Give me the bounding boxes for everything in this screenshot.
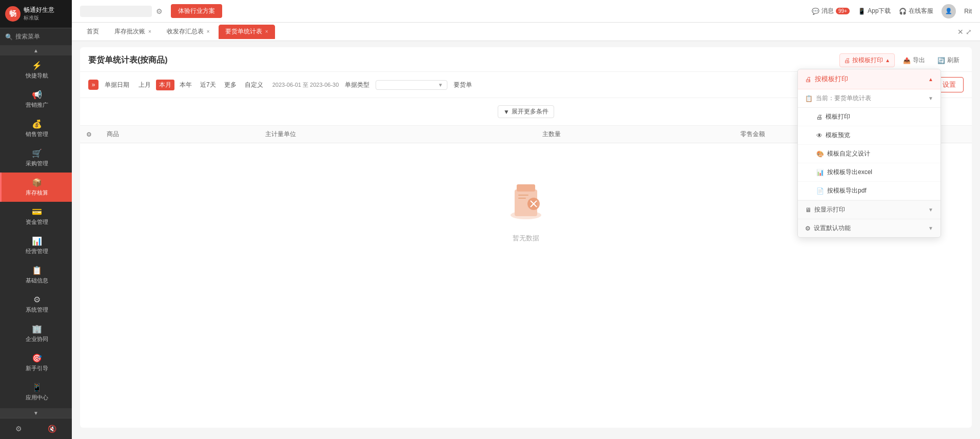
template-custom-icon: 🎨 bbox=[816, 150, 824, 158]
dropdown-item-export-pdf[interactable]: 📄 按模板导出pdf bbox=[798, 182, 940, 200]
order-type-label: 单据类型 bbox=[345, 81, 369, 89]
date-current-month[interactable]: 本月 bbox=[156, 80, 174, 90]
sidebar-item-sales[interactable]: 💰 销售管理 bbox=[0, 114, 72, 143]
dropdown-current-template[interactable]: 📋 当前：要货单统计表 ▼ bbox=[798, 89, 940, 108]
sidebar-item-system[interactable]: ⚙ 系统管理 bbox=[0, 290, 72, 319]
sidebar-item-enterprise[interactable]: 🏢 企业协同 bbox=[0, 319, 72, 348]
expand-more-btn[interactable]: ▼ 展开更多条件 bbox=[498, 105, 554, 118]
app-download-icon: 📱 bbox=[858, 8, 866, 15]
sidebar-item-newbie[interactable]: 🎯 新手引导 bbox=[0, 348, 72, 377]
app-download-btn[interactable]: 📱 App下载 bbox=[858, 7, 891, 15]
export-pdf-icon: 📄 bbox=[816, 187, 824, 195]
col-product: 商品 bbox=[101, 126, 259, 143]
tab-close-inventory-batch[interactable]: × bbox=[148, 29, 151, 34]
export-btn[interactable]: 📤 导出 bbox=[899, 54, 929, 67]
sidebar-scroll-up[interactable]: ▲ bbox=[0, 46, 72, 55]
avatar[interactable]: 👤 bbox=[942, 4, 956, 18]
empty-icon bbox=[500, 174, 552, 225]
sidebar-item-operation[interactable]: 📊 经营管理 bbox=[0, 231, 72, 260]
system-icon: ⚙ bbox=[33, 295, 41, 304]
dropdown-item-template-custom[interactable]: 🎨 模板自定义设计 bbox=[798, 145, 940, 163]
dropdown-set-default[interactable]: ⚙ 设置默认功能 ▼ bbox=[798, 219, 940, 237]
main-area: ⚙ 体验行业方案 💬 消息 99+ 📱 App下载 🎧 在线客服 👤 Rit 首… bbox=[72, 0, 980, 439]
message-icon: 💬 bbox=[812, 8, 819, 15]
sidebar-item-inventory[interactable]: 📦 库存核算 bbox=[0, 173, 72, 202]
dropdown-item-export-excel[interactable]: 📊 按模板导出excel bbox=[798, 163, 940, 182]
sidebar-item-quick-nav[interactable]: ⚡ 快捷导航 bbox=[0, 55, 72, 85]
dropdown-item-template-print[interactable]: 🖨 模板打印 bbox=[798, 108, 940, 126]
current-template-chevron: ▼ bbox=[928, 96, 933, 101]
refresh-icon: 🔄 bbox=[937, 57, 945, 64]
sidebar-scroll-down[interactable]: ▼ bbox=[0, 408, 72, 418]
col-settings[interactable]: ⚙ bbox=[80, 126, 101, 143]
apps-icon: 📱 bbox=[32, 383, 42, 392]
tab-order-stats[interactable]: 要货单统计表 × bbox=[219, 25, 275, 39]
svg-rect-2 bbox=[517, 184, 535, 192]
app-logo-text: 畅通好生意 标准版 bbox=[24, 6, 54, 22]
messages-badge: 99+ bbox=[836, 8, 850, 14]
tabbar: 首页 库存批次账 × 收发存汇总表 × 要货单统计表 × ✕ ⤢ bbox=[72, 23, 980, 41]
tab-home[interactable]: 首页 bbox=[80, 25, 106, 39]
date-current-year[interactable]: 本年 bbox=[177, 80, 195, 90]
topbar-search-input[interactable] bbox=[80, 6, 152, 17]
dropdown-item-template-preview[interactable]: 👁 模板预览 bbox=[798, 126, 940, 145]
messages-btn[interactable]: 💬 消息 99+ bbox=[812, 7, 850, 15]
tab-inventory-batch[interactable]: 库存批次账 × bbox=[108, 25, 158, 39]
sidebar-item-apps[interactable]: 📱 应用中心 bbox=[0, 377, 72, 407]
sidebar-logo: 畅 畅通好生意 标准版 bbox=[0, 0, 72, 28]
tab-close-receivable-summary[interactable]: × bbox=[207, 29, 210, 34]
dropdown-header[interactable]: 🖨 按模板打印 ▲ bbox=[798, 69, 940, 89]
tab-close-order-stats[interactable]: × bbox=[265, 29, 268, 34]
sidebar-search[interactable]: 🔍 搜索菜单 bbox=[0, 28, 72, 46]
date-more[interactable]: 更多 bbox=[221, 80, 240, 90]
purchase-icon: 🛒 bbox=[32, 148, 42, 158]
dropdown-display-print[interactable]: 🖥 按显示打印 ▼ bbox=[798, 200, 940, 219]
col-quantity: 主数量 bbox=[536, 126, 734, 143]
date-custom[interactable]: 自定义 bbox=[242, 80, 266, 90]
dropdown-chevron-icon: ▲ bbox=[928, 77, 933, 82]
service-icon: 🎧 bbox=[899, 8, 907, 15]
date-filter: 上月 本月 本年 近7天 更多 自定义 bbox=[135, 80, 266, 90]
quick-nav-icon: ⚡ bbox=[32, 61, 42, 70]
online-service-btn[interactable]: 🎧 在线客服 bbox=[899, 7, 933, 15]
page-area: 要货单统计表(按商品) 🖨 按模板打印 ▲ 📤 导出 🔄 刷新 bbox=[72, 41, 980, 439]
display-print-icon: 🖥 bbox=[805, 206, 811, 214]
sidebar-item-marketing[interactable]: 📢 营销推广 bbox=[0, 85, 72, 114]
empty-label: 暂无数据 bbox=[513, 234, 539, 243]
sidebar-item-base[interactable]: 📋 基础信息 bbox=[0, 260, 72, 290]
template-print-item-icon: 🖨 bbox=[816, 113, 822, 121]
filter-expand-btn[interactable]: » bbox=[88, 80, 99, 90]
svg-rect-6 bbox=[518, 195, 528, 196]
export-excel-icon: 📊 bbox=[816, 169, 824, 176]
tabbar-resize-icon[interactable]: ⤢ bbox=[966, 28, 972, 36]
order-type-select[interactable]: ▼ bbox=[376, 80, 447, 90]
order-type-chevron: ▼ bbox=[438, 82, 443, 88]
sidebar-item-finance[interactable]: 💳 资金管理 bbox=[0, 202, 72, 231]
date-recent-7[interactable]: 近7天 bbox=[197, 80, 219, 90]
printer-icon: 🖨 bbox=[844, 57, 850, 64]
set-default-chevron: ▼ bbox=[928, 225, 933, 231]
topbar-gear-icon[interactable]: ⚙ bbox=[156, 7, 163, 15]
username: Rit bbox=[964, 8, 972, 15]
sidebar-item-purchase[interactable]: 🛒 采购管理 bbox=[0, 143, 72, 173]
template-print-btn[interactable]: 🖨 按模板打印 ▲ bbox=[839, 53, 895, 67]
base-icon: 📋 bbox=[32, 265, 42, 275]
date-filter-label: 单据日期 bbox=[105, 81, 129, 89]
marketing-icon: 📢 bbox=[32, 90, 42, 100]
date-prev-month[interactable]: 上月 bbox=[135, 80, 154, 90]
tabbar-close-icon[interactable]: ✕ bbox=[957, 28, 964, 36]
refresh-btn[interactable]: 🔄 刷新 bbox=[933, 54, 964, 67]
sidebar-settings-btn[interactable]: ⚙ bbox=[13, 423, 24, 435]
trial-btn[interactable]: 体验行业方案 bbox=[171, 4, 222, 18]
tabbar-right: ✕ ⤢ bbox=[957, 28, 972, 36]
sidebar-bottom: ⚙ 🔇 bbox=[0, 418, 72, 439]
sidebar-sound-btn[interactable]: 🔇 bbox=[46, 423, 58, 435]
chevron-up-icon: ▲ bbox=[885, 58, 890, 63]
current-template-icon: 📋 bbox=[805, 95, 813, 102]
date-range: 2023-06-01 至 2023-06-30 bbox=[272, 81, 339, 89]
finance-icon: 💳 bbox=[32, 207, 42, 217]
page-title: 要货单统计表(按商品) bbox=[88, 55, 168, 66]
tab-receivable-summary[interactable]: 收发存汇总表 × bbox=[160, 25, 217, 39]
topbar: ⚙ 体验行业方案 💬 消息 99+ 📱 App下载 🎧 在线客服 👤 Rit bbox=[72, 0, 980, 23]
sales-icon: 💰 bbox=[32, 119, 42, 129]
